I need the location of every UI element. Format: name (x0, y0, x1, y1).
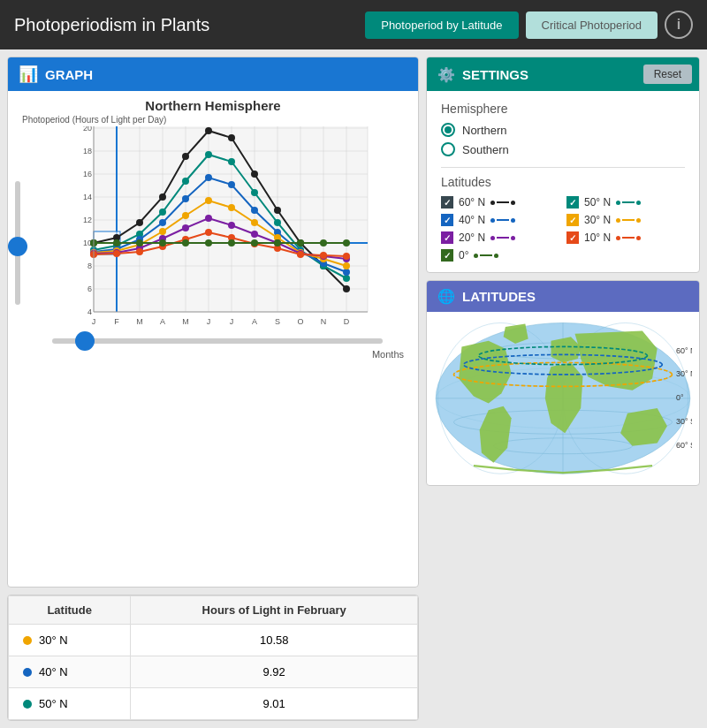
table-row: 40° N 9.92 (9, 656, 418, 688)
latitude-checkbox-item[interactable]: ✓ 60° N (441, 196, 559, 209)
svg-text:14: 14 (83, 193, 92, 201)
table-row: 30° N 10.58 (9, 625, 418, 656)
hours-column-header: Hours of Light in February (131, 596, 418, 625)
chart-wrapper: 4 6 8 10 12 14 16 18 20 (24, 126, 411, 360)
latitude-checkbox[interactable]: ✓ (566, 214, 579, 226)
latitude-cell: 40° N (9, 656, 131, 688)
svg-text:O: O (297, 317, 303, 326)
world-map-svg: 60° N 30° N 0° 30° S 60° S (434, 319, 692, 478)
svg-point-67 (343, 269, 350, 276)
svg-text:18: 18 (83, 147, 92, 155)
svg-point-105 (113, 239, 120, 246)
data-table: Latitude Hours of Light in February 30° … (8, 595, 418, 720)
latitude-label: 20° N (459, 231, 485, 244)
photoperiod-by-latitude-tab[interactable]: Photoperiod by Latitude (365, 11, 518, 39)
latitude-checkbox-item[interactable]: ✓ 20° N (441, 231, 559, 244)
svg-point-103 (343, 253, 350, 260)
latitude-cell: 30° N (9, 625, 131, 656)
reset-button[interactable]: Reset (643, 64, 692, 84)
radio-northern[interactable]: Northern (441, 123, 685, 137)
line-indicator (490, 236, 515, 240)
latitudes-header: 🌐 LATITUDES (427, 281, 699, 312)
months-label: Months (24, 349, 411, 360)
latitude-checkbox[interactable]: ✓ (441, 231, 453, 244)
graph-title: Northern Hemisphere (15, 98, 411, 113)
latitude-dot (23, 636, 32, 645)
horizontal-slider-container (24, 338, 411, 347)
latitude-checkbox-item[interactable]: ✓ 40° N (441, 214, 559, 226)
latitude-checkbox[interactable]: ✓ (566, 196, 579, 209)
svg-point-110 (228, 239, 235, 246)
svg-text:M: M (136, 317, 143, 326)
svg-point-71 (159, 228, 166, 235)
latitude-checkbox-item[interactable]: ✓ 0° (441, 249, 559, 262)
svg-point-79 (343, 262, 350, 269)
svg-point-93 (113, 250, 120, 257)
graph-content: Northern Hemisphere Photoperiod (Hours o… (8, 91, 418, 363)
latitude-checkbox[interactable]: ✓ (566, 231, 579, 244)
svg-point-36 (182, 153, 189, 160)
svg-text:0°: 0° (676, 393, 684, 402)
radio-southern-circle (441, 142, 455, 156)
svg-point-115 (343, 239, 350, 246)
vertical-slider-track[interactable] (15, 181, 20, 305)
hemisphere-radio-group: Northern Southern (441, 123, 685, 156)
svg-point-35 (159, 193, 166, 201)
svg-text:F: F (114, 317, 119, 326)
svg-text:J: J (207, 317, 211, 326)
header-navigation: Photoperiod by Latitude Critical Photope… (365, 11, 693, 39)
svg-point-114 (320, 239, 327, 246)
latitude-checkbox[interactable]: ✓ (441, 196, 453, 209)
latitude-value: 50° N (39, 697, 68, 710)
latitude-checkbox-item[interactable]: ✓ 10° N (566, 231, 685, 244)
svg-text:4: 4 (87, 307, 92, 316)
radio-northern-label: Northern (462, 124, 507, 137)
latitudes-header-label: LATITUDES (462, 289, 536, 304)
chart-bg (94, 126, 368, 312)
graph-header-label: GRAPH (45, 67, 93, 82)
app-header: Photoperiodism in Plants Photoperiod by … (0, 0, 707, 49)
latitude-checkbox-item[interactable]: ✓ 30° N (566, 214, 685, 226)
svg-point-43 (343, 285, 350, 292)
svg-point-61 (205, 174, 212, 181)
svg-text:16: 16 (83, 170, 92, 178)
settings-icon: ⚙️ (437, 66, 455, 83)
info-button[interactable]: i (665, 11, 693, 39)
graph-icon: 📊 (19, 64, 38, 84)
latitude-checkbox[interactable]: ✓ (441, 249, 453, 262)
month-slider-track[interactable] (52, 338, 383, 344)
chart-svg: 4 6 8 10 12 14 16 18 20 (24, 126, 411, 338)
latitude-value: 40° N (39, 665, 68, 679)
svg-point-60 (182, 195, 189, 202)
line-indicator (490, 201, 515, 205)
svg-text:30° N: 30° N (676, 369, 692, 378)
vertical-slider-thumb[interactable] (8, 237, 27, 256)
svg-point-111 (251, 239, 258, 246)
svg-text:D: D (344, 317, 350, 326)
latitudes-card: 🌐 LATITUDES (426, 280, 700, 486)
graph-ylabel: Photoperiod (Hours of Light per Day) (22, 115, 411, 125)
svg-point-97 (205, 229, 212, 236)
svg-point-51 (251, 189, 258, 196)
radio-southern-label: Southern (462, 143, 509, 156)
svg-point-34 (136, 219, 143, 226)
svg-point-47 (159, 209, 166, 216)
settings-header: ⚙️ SETTINGS Reset (427, 57, 699, 91)
svg-point-49 (205, 151, 212, 158)
line-indicator (616, 201, 641, 205)
latitude-checkbox[interactable]: ✓ (441, 214, 453, 226)
svg-text:30° S: 30° S (676, 417, 692, 426)
chart-with-slider: 4 6 8 10 12 14 16 18 20 (15, 126, 411, 360)
svg-point-38 (228, 134, 235, 141)
app-title: Photoperiodism in Plants (14, 15, 209, 35)
critical-photoperiod-tab[interactable]: Critical Photoperiod (526, 11, 658, 39)
line-indicator (474, 254, 498, 258)
latitude-checkbox-item[interactable]: ✓ 50° N (566, 196, 685, 209)
month-slider-thumb[interactable] (75, 331, 95, 351)
radio-northern-circle (441, 123, 455, 137)
svg-text:60° N: 60° N (676, 346, 692, 355)
svg-point-106 (136, 239, 143, 246)
svg-point-52 (274, 219, 281, 226)
radio-southern[interactable]: Southern (441, 142, 685, 156)
svg-text:J: J (230, 317, 234, 326)
